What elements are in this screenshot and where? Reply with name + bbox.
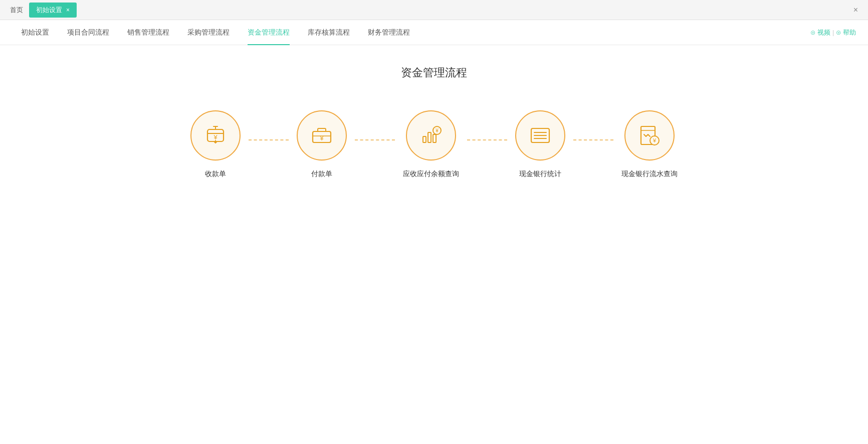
nav-bar: 初始设置 项目合同流程 销售管理流程 采购管理流程 资金管理流程 库存核算流程 … [0,20,868,45]
flow-label-shoukuan: 收款单 [205,170,226,179]
tab-close-button[interactable]: × [66,7,70,14]
nav-item-chushi[interactable]: 初始设置 [12,20,58,45]
nav-right-links: ⊙ 视频 | ⊙ 帮助 [810,28,856,37]
home-tab[interactable]: 首页 [4,6,29,15]
svg-text:¥: ¥ [319,134,324,142]
window-close-button[interactable]: × [853,6,858,15]
xianjin-icon [527,122,553,149]
flow-item-shoukuan[interactable]: ¥ 收款单 [190,110,241,179]
flow-circle-fukuan: ¥ [297,110,347,161]
flow-circle-shoukuan: ¥ [190,110,241,161]
flow-item-xianjin[interactable]: 现金银行统计 [515,110,565,179]
flow-label-liushui: 现金银行流水查询 [621,170,678,179]
connector-line-2 [355,139,395,140]
flow-item-fukuan[interactable]: ¥ 付款单 [297,110,347,179]
top-bar-right: × [853,6,864,15]
connector-line-4 [573,139,613,140]
flow-circle-xianjin [515,110,565,161]
shoukuan-icon: ¥ [202,122,229,149]
nav-divider: | [832,29,834,36]
flow-label-yingshou: 应收应付余额查询 [403,170,459,179]
nav-item-xiangmu[interactable]: 项目合同流程 [58,20,118,45]
svg-rect-5 [428,132,431,142]
connector-3 [459,139,515,140]
help-link[interactable]: ⊙ 帮助 [836,28,856,37]
nav-item-zijin[interactable]: 资金管理流程 [239,20,299,45]
nav-item-caiwu[interactable]: 财务管理流程 [359,20,419,45]
nav-item-kucun[interactable]: 库存核算流程 [299,20,359,45]
nav-item-caigou[interactable]: 采购管理流程 [178,20,239,45]
video-link[interactable]: ⊙ 视频 [810,28,830,37]
flow-label-fukuan: 付款单 [311,170,332,179]
active-tab-label: 初始设置 [36,6,62,15]
svg-rect-6 [433,134,436,142]
active-tab[interactable]: 初始设置 × [29,3,77,18]
main-content: 资金管理流程 ¥ 收款单 [0,45,868,199]
flow-circle-yingshou: ¥ [406,110,456,161]
flow-label-xianjin: 现金银行统计 [519,170,561,179]
connector-2 [347,139,403,140]
svg-text:¥: ¥ [653,137,657,143]
flow-circle-liushui: ¥ [624,110,675,161]
yingshou-icon: ¥ [418,122,444,149]
svg-rect-4 [423,136,426,142]
svg-text:¥: ¥ [435,128,439,133]
connector-1 [241,139,297,140]
page-title: 资金管理流程 [0,65,868,80]
connector-line-1 [249,139,289,140]
flow-item-yingshou[interactable]: ¥ 应收应付余额查询 [403,110,459,179]
flow-item-liushui[interactable]: ¥ 现金银行流水查询 [621,110,678,179]
connector-4 [565,139,621,140]
flow-container: ¥ 收款单 ¥ 付款单 [0,110,868,179]
svg-text:¥: ¥ [213,133,218,141]
fukuan-icon: ¥ [309,122,335,149]
liushui-icon: ¥ [636,122,663,149]
nav-item-xiaoshou[interactable]: 销售管理流程 [118,20,178,45]
top-bar: 首页 初始设置 × × [0,0,868,20]
connector-line-3 [467,139,507,140]
